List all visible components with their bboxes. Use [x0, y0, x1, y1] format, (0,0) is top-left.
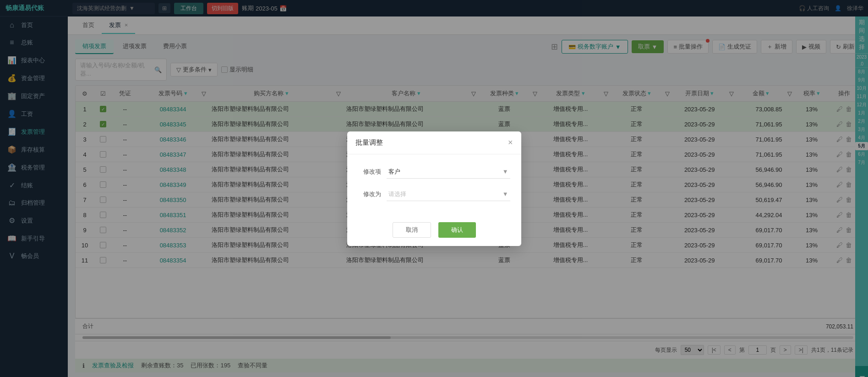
modal-overlay[interactable]: 批量调整 × 修改项 客户 ▼ 修改为 请选择 ▼ 取消 确认 — [0, 0, 868, 377]
modal-field-label: 修改项 — [358, 168, 381, 176]
modal-confirm-btn[interactable]: 确认 — [438, 222, 476, 238]
modal-field-select[interactable]: 客户 ▼ — [387, 165, 510, 179]
modal-header: 批量调整 × — [347, 131, 521, 154]
modal-footer: 取消 确认 — [347, 218, 521, 246]
modal-field-value: 客户 — [388, 168, 400, 176]
modal-cancel-btn[interactable]: 取消 — [393, 222, 431, 238]
modal-close-btn[interactable]: × — [508, 138, 513, 148]
modal-body: 修改项 客户 ▼ 修改为 请选择 ▼ — [347, 154, 521, 218]
modal-value-row: 修改为 请选择 ▼ — [358, 188, 510, 201]
chevron-down-value-icon: ▼ — [502, 191, 508, 197]
modal-title: 批量调整 — [355, 138, 383, 147]
modal-value-label: 修改为 — [358, 190, 381, 198]
modal-value-placeholder: 请选择 — [388, 190, 406, 198]
batch-adjust-modal: 批量调整 × 修改项 客户 ▼ 修改为 请选择 ▼ 取消 确认 — [347, 131, 521, 246]
modal-field-row: 修改项 客户 ▼ — [358, 165, 510, 179]
chevron-down-field-icon: ▼ — [502, 168, 508, 175]
modal-value-select[interactable]: 请选择 ▼ — [387, 188, 510, 201]
